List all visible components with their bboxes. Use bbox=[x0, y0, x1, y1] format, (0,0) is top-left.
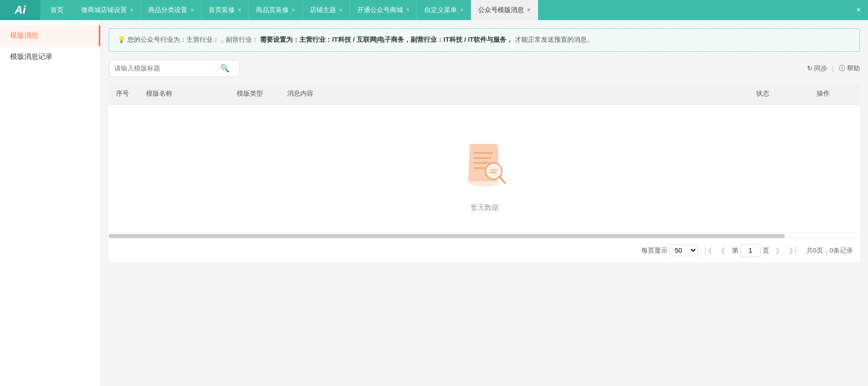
col-header-name: 模版名称 bbox=[139, 83, 230, 105]
page-nav: ⎮❮ ❮ 第 页 ❯ ❯⎮ bbox=[702, 244, 799, 257]
nav-tab-shop-settings[interactable]: 微商城店铺设置× bbox=[74, 0, 141, 20]
tab-close-custom-menu[interactable]: × bbox=[460, 7, 463, 14]
nav-tab-home[interactable]: 首页 bbox=[40, 0, 74, 20]
page-input[interactable] bbox=[741, 244, 761, 257]
notice-suffix: 才能正常发送预置的消息。 bbox=[515, 36, 593, 43]
col-header-type: 模版类型 bbox=[230, 83, 280, 105]
sidebar-item-template-message[interactable]: 模版消息 bbox=[0, 25, 100, 46]
sidebar-item-template-message-record[interactable]: 模版消息记录 bbox=[0, 46, 100, 67]
content-area: 💡 您的公众号行业为：主营行业：，副营行业： 需要设置为：主营行业：IT科技 /… bbox=[101, 20, 868, 386]
tab-close-shop-settings[interactable]: × bbox=[130, 7, 133, 14]
page-size-wrap: 每页显示 102050100 bbox=[641, 245, 698, 256]
sync-label: 同步 bbox=[814, 64, 827, 73]
search-bar: 🔍 ↻ 同步 | ⓘ 帮助 bbox=[109, 60, 860, 77]
close-all-button[interactable]: × bbox=[849, 6, 868, 15]
nav-tab-shop-theme[interactable]: 店铺主题× bbox=[303, 0, 350, 20]
nav-tab-open-mall[interactable]: 开通公众号商城× bbox=[350, 0, 417, 20]
last-page-button[interactable]: ❯⎮ bbox=[786, 244, 799, 257]
nav-tab-home-decor[interactable]: 首页装修× bbox=[202, 0, 249, 20]
help-button[interactable]: ⓘ 帮助 bbox=[839, 64, 860, 73]
nav-tab-category-settings[interactable]: 商品分类设置× bbox=[141, 0, 202, 20]
notice-prefix: 您的公众号行业为：主营行业：，副营行业： bbox=[127, 36, 258, 43]
nav-tab-custom-menu[interactable]: 自定义菜单× bbox=[417, 0, 471, 20]
toolbar-divider: | bbox=[832, 64, 834, 72]
pagination: 每页显示 102050100 ⎮❮ ❮ 第 页 ❯ ❯⎮ 共0页，0条记录 bbox=[109, 239, 860, 262]
next-page-button[interactable]: ❯ bbox=[771, 244, 784, 257]
scrollbar-thumb[interactable] bbox=[109, 234, 785, 238]
prev-page-button[interactable]: ❮ bbox=[717, 244, 730, 257]
top-nav: Ai 首页微商城店铺设置×商品分类设置×首页装修×商品页装修×店铺主题×开通公众… bbox=[0, 0, 868, 20]
page-label: 页 bbox=[763, 246, 769, 255]
page-size-label: 每页显示 bbox=[641, 246, 667, 255]
sync-button[interactable]: ↻ 同步 bbox=[807, 64, 827, 73]
logo: Ai bbox=[0, 0, 40, 20]
tab-close-product-decor[interactable]: × bbox=[292, 7, 295, 14]
col-header-index: 序号 bbox=[109, 83, 139, 105]
notice-box: 💡 您的公众号行业为：主营行业：，副营行业： 需要设置为：主营行业：IT科技 /… bbox=[109, 28, 860, 52]
nav-tab-template-msg[interactable]: 公众号模版消息× bbox=[471, 0, 538, 20]
svg-line-7 bbox=[499, 177, 505, 183]
nav-tab-product-decor[interactable]: 商品页装修× bbox=[249, 0, 303, 20]
empty-text: 暂无数据 bbox=[471, 203, 499, 212]
help-icon: ⓘ bbox=[839, 64, 845, 73]
notice-icon: 💡 bbox=[117, 36, 125, 43]
tab-close-home-decor[interactable]: × bbox=[238, 7, 241, 14]
svg-point-6 bbox=[488, 166, 499, 177]
search-icon[interactable]: 🔍 bbox=[220, 64, 230, 73]
nav-tabs: 首页微商城店铺设置×商品分类设置×首页装修×商品页装修×店铺主题×开通公众号商城… bbox=[40, 0, 849, 20]
main-layout: 模版消息模版消息记录 💡 您的公众号行业为：主营行业：，副营行业： 需要设置为：… bbox=[0, 20, 868, 386]
page-di-label: 第 bbox=[732, 246, 739, 255]
sidebar: 模版消息模版消息记录 bbox=[0, 20, 101, 386]
table-wrapper: 序号模版名称模版类型消息内容状态操作 bbox=[109, 83, 860, 262]
col-header-action: 操作 bbox=[810, 83, 860, 105]
tab-close-shop-theme[interactable]: × bbox=[339, 7, 343, 14]
tab-close-template-msg[interactable]: × bbox=[527, 7, 530, 14]
col-header-content: 消息内容 bbox=[280, 83, 749, 105]
data-table: 序号模版名称模版类型消息内容状态操作 bbox=[109, 83, 860, 105]
tab-close-category-settings[interactable]: × bbox=[190, 7, 194, 14]
empty-icon bbox=[454, 135, 515, 195]
search-input[interactable] bbox=[114, 64, 220, 72]
toolbar-right: ↻ 同步 | ⓘ 帮助 bbox=[807, 64, 860, 73]
scrollbar-track[interactable] bbox=[109, 233, 860, 239]
empty-state: 暂无数据 bbox=[109, 105, 860, 233]
sync-icon: ↻ bbox=[807, 64, 813, 72]
first-page-button[interactable]: ⎮❮ bbox=[702, 244, 715, 257]
search-input-wrap: 🔍 bbox=[109, 60, 240, 77]
tab-close-open-mall[interactable]: × bbox=[406, 7, 410, 14]
table-header-row: 序号模版名称模版类型消息内容状态操作 bbox=[109, 83, 860, 105]
total-info: 共0页，0条记录 bbox=[807, 246, 853, 255]
notice-highlight: 需要设置为：主营行业：IT科技 / 互联网|电子商务，副营行业：IT科技 / I… bbox=[260, 36, 513, 43]
help-label: 帮助 bbox=[847, 64, 860, 73]
col-header-status: 状态 bbox=[749, 83, 810, 105]
page-size-select[interactable]: 102050100 bbox=[670, 245, 698, 256]
